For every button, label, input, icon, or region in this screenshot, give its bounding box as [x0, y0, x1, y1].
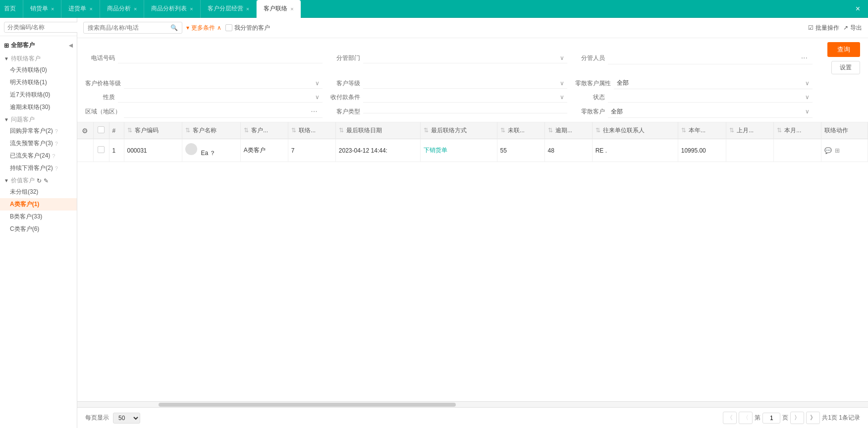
customer-table: ⚙ # ⇅ 客户编码 ⇅ 客户名称: [77, 122, 868, 162]
tab-customer-contact[interactable]: 客户联络 ×: [257, 0, 300, 18]
tab-product-list-close[interactable]: ×: [190, 6, 193, 12]
tab-home[interactable]: 首页: [4, 0, 23, 18]
col-no-contact[interactable]: ⇅ 未联...: [497, 122, 544, 139]
status-select[interactable]: ∨: [608, 92, 813, 103]
settings-button[interactable]: 设置: [831, 61, 860, 74]
sidebar-item-class-c[interactable]: C类客户(6): [0, 223, 77, 235]
select-all-checkbox[interactable]: [98, 126, 105, 133]
price-level-select[interactable]: ∨: [124, 78, 323, 89]
col-contact-person[interactable]: ⇅ 往来单位联系人: [592, 122, 678, 139]
person-more[interactable]: ···: [799, 54, 810, 62]
query-button[interactable]: 查询: [827, 42, 860, 57]
batch-icon: ☑: [808, 24, 814, 31]
sidebar-search-input[interactable]: [4, 22, 85, 33]
person-select[interactable]: ···: [608, 52, 813, 64]
sidebar-item-class-b[interactable]: B类客户(33): [0, 211, 77, 223]
region-select[interactable]: ···: [124, 106, 323, 118]
row-last-method[interactable]: 下销货单: [420, 139, 497, 162]
retail-attr-select[interactable]: 全部 ∨: [614, 77, 813, 89]
col-overdue[interactable]: ⇅ 逾期...: [544, 122, 592, 139]
col-name[interactable]: ⇅ 客户名称: [182, 122, 241, 139]
sidebar-item-declining[interactable]: 持续下滑客户(2) ?: [0, 162, 77, 174]
col-this-year[interactable]: ⇅ 本年...: [678, 122, 726, 139]
my-customers-checkbox-area[interactable]: 我分管的客户: [225, 24, 270, 32]
first-page-button[interactable]: 《: [723, 412, 737, 424]
row-check[interactable]: [93, 139, 109, 162]
col-last-month[interactable]: ⇅ 上月...: [726, 122, 773, 139]
search-icon[interactable]: 🔍: [170, 24, 178, 31]
tab-product-analysis-close[interactable]: ×: [134, 6, 137, 12]
sidebar-item-churn-warning[interactable]: 流失预警客户(3) ?: [0, 137, 77, 150]
row-checkbox[interactable]: [98, 146, 105, 153]
sidebar-item-abnormal[interactable]: 回购异常客户(2) ?: [0, 125, 77, 137]
table-settings-icon[interactable]: ⚙: [82, 127, 88, 135]
customer-avatar: [185, 143, 197, 155]
all-customers-label: 全部客户: [11, 41, 35, 50]
col-last-method[interactable]: ⇅ 最后联络方式: [420, 122, 497, 139]
my-customers-checkbox[interactable]: [225, 24, 232, 31]
row-action: 💬 ⊞: [821, 139, 868, 162]
filter-retail-customer: 零散客户 全部 ∨: [575, 106, 813, 118]
export-label: 导出: [850, 24, 862, 32]
sidebar-item-ungrouped[interactable]: 未分组(32): [0, 186, 77, 198]
phone-input[interactable]: [118, 53, 323, 63]
refresh-icon[interactable]: ↻: [37, 177, 42, 184]
horizontal-scrollbar[interactable]: [77, 401, 868, 407]
col-settings[interactable]: ⚙: [77, 122, 93, 139]
sidebar-item-class-a[interactable]: A类客户(1): [0, 198, 77, 211]
row-contact-count: 7: [288, 139, 335, 162]
query-settings-col: 查询 设置: [820, 42, 860, 74]
more-filter-button[interactable]: ▾ 更多条件 ∧: [186, 24, 221, 32]
window-close-button[interactable]: ×: [852, 4, 864, 13]
tab-customer-contact-close[interactable]: ×: [290, 6, 293, 12]
sidebar-item-7days[interactable]: 近7天待联络(0): [0, 89, 77, 101]
last-page-button[interactable]: 》: [806, 412, 820, 424]
region-more[interactable]: ···: [309, 107, 319, 116]
tab-customer-tier[interactable]: 客户分层经营 ×: [201, 0, 257, 18]
scroll-thumb[interactable]: [159, 403, 456, 407]
tab-product-list[interactable]: 商品分析列表 ×: [144, 0, 200, 18]
tab-product-analysis[interactable]: 商品分析 ×: [100, 0, 144, 18]
page-size-select[interactable]: 50 20 100: [113, 413, 140, 424]
col-contact-person-label: 往来单位联系人: [603, 127, 645, 134]
tab-customer-tier-close[interactable]: ×: [246, 6, 249, 12]
col-action-label: 联络动作: [824, 127, 848, 134]
next-page-button[interactable]: 〉: [790, 412, 804, 424]
abnormal-label: 回购异常客户(2): [10, 127, 53, 135]
sidebar-item-churned[interactable]: 已流失客户(24) ?: [0, 150, 77, 162]
sidebar-problem-section: ▼ 问题客户: [0, 113, 77, 125]
last-method-link[interactable]: 下销货单: [424, 147, 447, 154]
col-level[interactable]: ⇅ 客户...: [240, 122, 288, 139]
col-code[interactable]: ⇅ 客户编码: [124, 122, 182, 139]
nature-select[interactable]: ∨: [118, 92, 323, 103]
sidebar-all-customers[interactable]: ⊞ 全部客户 ◀: [0, 38, 77, 53]
export-button[interactable]: ↗ 导出: [843, 24, 862, 32]
sidebar-item-overdue[interactable]: 逾期未联络(30): [0, 101, 77, 113]
tab-purchase[interactable]: 进货单 ×: [61, 0, 100, 18]
dept-select[interactable]: ∨: [363, 53, 568, 63]
qr-icon[interactable]: ⊞: [835, 147, 840, 154]
customer-level-select[interactable]: ∨: [363, 78, 568, 89]
col-this-month[interactable]: ⇅ 本月...: [773, 122, 821, 139]
sidebar-item-today[interactable]: 今天待联络(0): [0, 64, 77, 76]
prev-page-button[interactable]: 〈: [739, 412, 753, 424]
page-size-label: 每页显示: [85, 414, 109, 422]
sidebar-item-tomorrow[interactable]: 明天待联络(1): [0, 76, 77, 89]
batch-operation-button[interactable]: ☑ 批量操作: [808, 24, 839, 32]
edit-icon[interactable]: ✎: [44, 177, 49, 184]
tab-sales-close[interactable]: ×: [51, 6, 54, 12]
col-contact-count[interactable]: ⇅ 联络...: [288, 122, 335, 139]
col-last-date[interactable]: ⇅ 最后联络日期: [335, 122, 420, 139]
page-number-input[interactable]: [762, 413, 780, 424]
filter-person: 分管人员 ···: [575, 52, 813, 64]
table-area: ⚙ # ⇅ 客户编码 ⇅ 客户名称: [77, 122, 868, 401]
payment-select[interactable]: ∨: [363, 92, 568, 103]
search-input[interactable]: [88, 24, 170, 31]
customer-type-select[interactable]: [363, 110, 568, 113]
col-check[interactable]: [93, 122, 109, 139]
retail-customer-select[interactable]: 全部 ∨: [608, 106, 813, 118]
chat-icon[interactable]: 💬: [824, 147, 832, 154]
tab-sales[interactable]: 销货单 ×: [23, 0, 61, 18]
main-layout: 🔍 ⊞ 全部客户 ◀ ▼ 待联络客户 今天待联络(0) 明天待联络(1): [0, 18, 868, 428]
tab-purchase-close[interactable]: ×: [89, 6, 92, 12]
